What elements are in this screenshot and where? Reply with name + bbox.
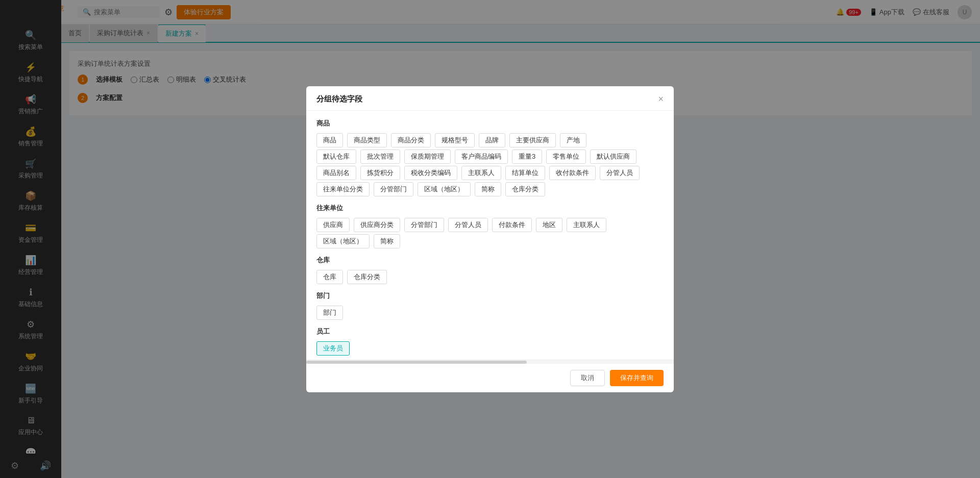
field-tag[interactable]: 拣货积分 (360, 166, 400, 180)
field-tag[interactable]: 商品别名 (316, 166, 356, 180)
field-grid-product-4: 往来单位分类 分管部门 区域（地区） 简称 仓库分类 (316, 182, 664, 196)
field-tag[interactable]: 分管人员 (448, 218, 488, 232)
field-tag[interactable]: 保质期管理 (404, 149, 451, 164)
field-tag[interactable]: 收付款条件 (549, 166, 596, 180)
field-tag[interactable]: 地区 (536, 218, 562, 232)
field-tag[interactable]: 零售单位 (546, 149, 586, 164)
field-tag[interactable]: 商品分类 (391, 133, 431, 147)
dialog-close-icon[interactable]: × (658, 94, 664, 104)
field-tag[interactable]: 默认供应商 (590, 149, 636, 164)
field-grid-partner-2: 区域（地区） 简称 (316, 234, 664, 248)
field-grid-product: 商品 商品类型 商品分类 规格型号 品牌 主要供应商 产地 (316, 133, 664, 147)
field-grid-product-3: 商品别名 拣货积分 税收分类编码 主联系人 结算单位 收付款条件 分管人员 (316, 166, 664, 180)
field-tag[interactable]: 区域（地区） (316, 234, 370, 248)
field-grid-partner: 供应商 供应商分类 分管部门 分管人员 付款条件 地区 主联系人 (316, 218, 664, 232)
field-tag[interactable]: 往来单位分类 (316, 182, 370, 196)
dialog-hscroll-thumb (306, 361, 527, 364)
field-grid-product-2: 默认仓库 批次管理 保质期管理 客户商品编码 重量3 零售单位 默认供应商 (316, 149, 664, 164)
field-tag[interactable]: 分管人员 (600, 166, 640, 180)
field-tag[interactable]: 商品 (316, 133, 343, 147)
field-tag[interactable]: 仓库分类 (505, 182, 545, 196)
section-title-staff: 员工 (316, 327, 664, 336)
dialog-body[interactable]: 商品 商品 商品类型 商品分类 规格型号 品牌 主要供应商 产地 默认仓库 批次… (306, 111, 674, 360)
field-tag[interactable]: 客户商品编码 (455, 149, 508, 164)
field-tag-selected[interactable]: 业务员 (316, 341, 350, 356)
section-title-warehouse: 仓库 (316, 256, 664, 265)
section-title-dept: 部门 (316, 291, 664, 300)
field-tag[interactable]: 重量3 (512, 149, 542, 164)
section-title-partner: 往来单位 (316, 204, 664, 213)
section-title-product: 商品 (316, 119, 664, 128)
field-tag[interactable]: 区域（地区） (418, 182, 471, 196)
field-tag[interactable]: 规格型号 (435, 133, 475, 147)
field-tag[interactable]: 简称 (475, 182, 501, 196)
field-tag[interactable]: 批次管理 (360, 149, 400, 164)
field-tag[interactable]: 主联系人 (567, 218, 606, 232)
field-tag[interactable]: 结算单位 (505, 166, 545, 180)
field-tag[interactable]: 产地 (560, 133, 586, 147)
field-tag[interactable]: 仓库分类 (347, 270, 387, 284)
field-tag[interactable]: 部门 (316, 306, 343, 320)
dialog: 分组待选字段 × 商品 商品 商品类型 商品分类 规格型号 品牌 主要供应商 产… (306, 86, 674, 392)
dialog-title: 分组待选字段 (316, 94, 362, 104)
field-tag[interactable]: 分管部门 (374, 182, 413, 196)
modal-overlay: 分组待选字段 × 商品 商品 商品类型 商品分类 规格型号 品牌 主要供应商 产… (0, 0, 980, 478)
field-tag[interactable]: 税收分类编码 (404, 166, 457, 180)
field-tag[interactable]: 品牌 (479, 133, 505, 147)
field-tag[interactable]: 主联系人 (461, 166, 501, 180)
cancel-button[interactable]: 取消 (570, 370, 605, 386)
field-grid-warehouse: 仓库 仓库分类 (316, 270, 664, 284)
field-tag[interactable]: 简称 (374, 234, 400, 248)
field-tag[interactable]: 付款条件 (492, 218, 532, 232)
field-tag[interactable]: 商品类型 (347, 133, 387, 147)
field-grid-dept: 部门 (316, 306, 664, 320)
field-tag[interactable]: 供应商 (316, 218, 350, 232)
field-tag[interactable]: 供应商分类 (354, 218, 400, 232)
confirm-button[interactable]: 保存并查询 (610, 370, 664, 386)
field-tag[interactable]: 仓库 (316, 270, 343, 284)
dialog-header: 分组待选字段 × (306, 86, 674, 111)
field-tag[interactable]: 默认仓库 (316, 149, 356, 164)
field-tag[interactable]: 分管部门 (404, 218, 444, 232)
dialog-footer: 取消 保存并查询 (306, 363, 674, 392)
dialog-horizontal-scrollbar[interactable] (306, 360, 674, 363)
field-tag[interactable]: 主要供应商 (509, 133, 556, 147)
field-grid-staff: 业务员 (316, 341, 664, 356)
